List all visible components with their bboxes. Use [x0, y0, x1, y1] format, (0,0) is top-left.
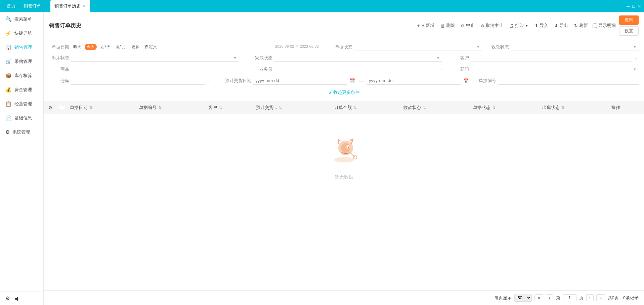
print-button[interactable]: 🖨 打印 ▼: [508, 22, 530, 29]
btn-group-right: 查询 设置: [619, 15, 639, 36]
filter-bill-date: 单据日期 昨天 今天 近7天 近1月 更多 自定义: [49, 44, 274, 50]
sidebar-item-inventory[interactable]: 📦 库存核算: [0, 69, 43, 83]
next-page-btn[interactable]: ›: [586, 294, 594, 301]
window-max-btn[interactable]: □: [632, 4, 635, 9]
sidebar-item-sales[interactable]: 📊 销售管理: [0, 40, 43, 54]
last-page-btn[interactable]: »: [596, 294, 605, 301]
sidebar-settings-icon[interactable]: ⚙: [5, 295, 10, 302]
filter-row-2: 出库状态 ▼ 完成状态 ▼ 客户 ···: [49, 54, 639, 62]
close-sales-order-tab[interactable]: ✕: [43, 4, 46, 8]
customer-input[interactable]: [471, 54, 632, 62]
empty-illustration: ~ ~: [327, 135, 361, 170]
th-stock-out-status[interactable]: 出库状态 ⇅: [540, 101, 609, 114]
tab-sales-history[interactable]: 销售订单历史 ✕: [50, 0, 90, 12]
tab-sales-order-label: 销售订单: [24, 3, 41, 9]
delete-icon: 🗑: [440, 23, 445, 28]
collapse-filter-btn[interactable]: ∧ 收起更多条件: [49, 88, 639, 97]
date-option-today[interactable]: 今天: [85, 44, 97, 50]
sidebar-item-purchase[interactable]: 🛒 采购管理: [0, 54, 43, 69]
sidebar-bottom: ⚙ ◀: [0, 292, 43, 305]
tab-sales-order[interactable]: 销售订单 ✕: [19, 0, 50, 12]
warehouse-input[interactable]: [71, 77, 205, 85]
expected-date-end-input[interactable]: [367, 77, 461, 85]
sys-manage-icon: ⚙: [5, 129, 10, 135]
salesperson-input[interactable]: [274, 65, 435, 73]
sidebar-item-sys-manage[interactable]: ⚙ 系统管理: [0, 125, 43, 139]
th-bill-status[interactable]: 单据状态 ⇅: [470, 101, 540, 114]
warehouse-picker-icon[interactable]: ···: [208, 78, 212, 83]
tab-home[interactable]: 首页: [3, 0, 19, 12]
date-range-display: 2023-06-02 至 2023-06-02: [275, 44, 319, 50]
product-picker-icon[interactable]: ···: [235, 67, 239, 72]
calendar-start-icon[interactable]: 📅: [350, 78, 355, 83]
th-settings[interactable]: ⚙: [44, 101, 57, 114]
sidebar-search[interactable]: 🔍 搜索菜单: [0, 12, 43, 26]
date-option-custom[interactable]: 自定义: [143, 44, 159, 50]
sidebar-item-inventory-label: 库存核算: [14, 73, 32, 79]
customer-label: 客户: [449, 55, 469, 61]
product-input[interactable]: [71, 65, 232, 73]
svg-text:~: ~: [352, 137, 354, 140]
export-button[interactable]: ⬇ 导出: [553, 22, 569, 29]
salesperson-picker-icon[interactable]: ···: [438, 67, 442, 72]
department-select[interactable]: ▼: [471, 66, 639, 73]
check-all-checkbox[interactable]: [60, 105, 64, 109]
page-size-select[interactable]: 10 20 50 100: [514, 294, 532, 302]
add-button[interactable]: ＋ + 新增: [415, 22, 436, 29]
date-range-separator: —: [359, 78, 363, 83]
stock-out-select[interactable]: ▼: [71, 54, 239, 62]
stock-out-dropdown-icon: ▼: [233, 56, 237, 60]
close-sales-history-tab[interactable]: ✕: [83, 4, 86, 8]
date-option-7days[interactable]: 近7天: [98, 44, 113, 50]
sidebar-item-quick-nav[interactable]: ⚡ 快捷导航: [0, 26, 43, 40]
show-detail-checkbox-label[interactable]: 显示明细: [593, 23, 616, 29]
cancel-stop-button[interactable]: ⊘ 取消中止: [479, 22, 505, 29]
sidebar-item-operations[interactable]: 📋 经营管理: [0, 97, 43, 111]
show-detail-checkbox[interactable]: [593, 24, 597, 28]
date-option-1month[interactable]: 近1月: [114, 44, 128, 50]
th-customer[interactable]: 客户 ⇅: [206, 101, 253, 114]
sidebar-item-base-info-label: 基础信息: [14, 115, 32, 121]
filter-row-4: 仓库 ··· 预计交货日期 📅 — 📅 单据编号: [49, 77, 639, 85]
th-bill-date[interactable]: 单据日期 ⇅: [67, 101, 136, 114]
customer-picker-icon[interactable]: ···: [635, 55, 639, 61]
th-receipt-status[interactable]: 收款状态 ⇅: [401, 101, 470, 114]
query-button[interactable]: 查询: [619, 15, 639, 25]
import-button[interactable]: ⬆ 导入: [533, 22, 550, 29]
sort-receipt-status-icon: ⇅: [423, 106, 426, 110]
th-expected-date[interactable]: 预计交货... ⇅: [253, 101, 332, 114]
bill-no-input[interactable]: [498, 77, 639, 85]
prev-page-btn[interactable]: ‹: [546, 294, 553, 301]
toolbar: ＋ + 新增 🗑 删除 ⊘ 中止 ⊘ 取消中止 🖨 打印: [415, 15, 639, 36]
sidebar-collapse-icon[interactable]: ◀: [14, 295, 18, 302]
warehouse-label: 仓库: [49, 78, 69, 84]
window-min-btn[interactable]: ─: [627, 4, 630, 9]
window-close-btn[interactable]: ✕: [638, 4, 641, 9]
stop-button[interactable]: ⊘ 中止: [460, 22, 476, 29]
complete-status-select[interactable]: ▼: [274, 54, 442, 62]
sidebar-item-base-info[interactable]: 📄 基础信息: [0, 111, 43, 125]
setting-button[interactable]: 设置: [619, 26, 639, 36]
filter-department: 部门 ▼: [449, 66, 639, 73]
calendar-end-icon[interactable]: 📅: [463, 78, 469, 83]
refresh-button[interactable]: ↻ 刷新: [573, 22, 589, 29]
print-icon: 🖨: [509, 23, 514, 28]
bill-status-select[interactable]: ▼: [354, 43, 482, 50]
sidebar-item-quick-nav-label: 快捷导航: [14, 30, 32, 36]
bill-status-label: 单据状态: [332, 44, 352, 50]
expected-date-start-input[interactable]: [253, 77, 347, 85]
complete-status-dropdown-icon: ▼: [436, 56, 440, 60]
first-page-btn[interactable]: «: [534, 294, 543, 301]
sidebar-search-label: 搜索菜单: [14, 16, 32, 22]
sidebar-item-finance[interactable]: 💰 资金管理: [0, 83, 43, 97]
receipt-status-label: 收款状态: [489, 44, 509, 50]
collapse-label: 收起更多条件: [333, 89, 359, 96]
date-option-yesterday[interactable]: 昨天: [71, 44, 83, 50]
page-number-input[interactable]: [563, 294, 576, 301]
receipt-status-select[interactable]: ▼: [511, 43, 639, 50]
th-check[interactable]: [57, 101, 67, 114]
delete-button[interactable]: 🗑 删除: [439, 22, 456, 29]
th-order-amount[interactable]: 订单金额 ⇅: [332, 101, 401, 114]
th-bill-no[interactable]: 单据编号 ⇅: [136, 101, 206, 114]
date-option-more[interactable]: 更多: [129, 44, 141, 50]
